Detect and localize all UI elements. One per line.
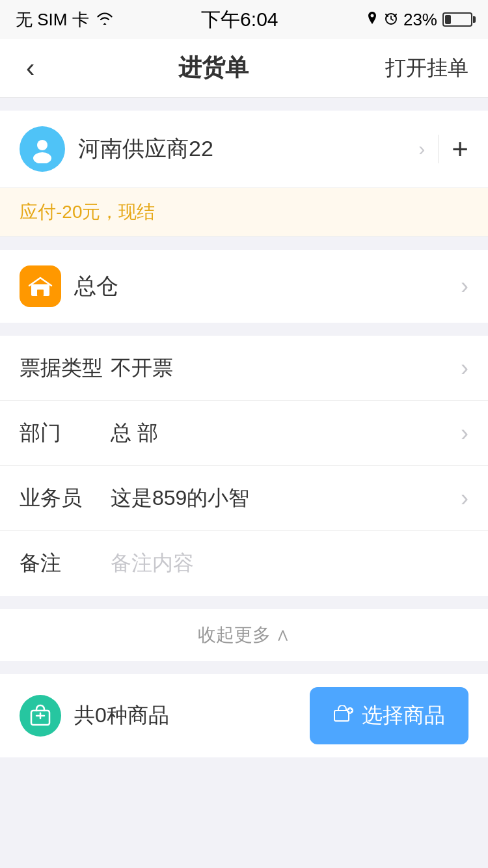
location-icon <box>366 10 379 30</box>
supplier-name: 河南供应商22 <box>78 134 418 164</box>
invoice-type-chevron-icon <box>461 355 468 382</box>
svg-point-1 <box>37 140 47 150</box>
open-pending-button[interactable]: 打开挂单 <box>385 54 468 83</box>
carrier-label: 无 SIM 卡 <box>16 8 89 31</box>
notice-text: 应付-20元，现结 <box>20 202 155 222</box>
collapse-toggle[interactable]: 收起更多 ∧ <box>0 609 488 661</box>
status-time: 下午6:04 <box>201 7 278 33</box>
department-chevron-icon <box>461 420 468 447</box>
page-title: 进货单 <box>178 52 249 84</box>
supplier-avatar <box>20 126 65 172</box>
product-count-icon <box>20 695 61 737</box>
wifi-icon <box>96 10 114 30</box>
status-left: 无 SIM 卡 <box>16 8 114 31</box>
invoice-type-value: 不开票 <box>111 354 461 383</box>
warehouse-icon <box>20 265 61 307</box>
department-label: 部门 <box>20 419 111 448</box>
salesperson-row[interactable]: 业务员 这是859的小智 <box>0 466 488 531</box>
svg-rect-6 <box>334 711 349 721</box>
salesperson-label: 业务员 <box>20 484 111 513</box>
salesperson-value: 这是859的小智 <box>111 484 461 513</box>
invoice-type-row[interactable]: 票据类型 不开票 <box>0 336 488 401</box>
section-divider-2 <box>0 237 488 250</box>
product-count-text: 共0种商品 <box>74 701 310 730</box>
supplier-section: 河南供应商22 › + 应付-20元，现结 <box>0 111 488 237</box>
cart-icon <box>333 705 354 726</box>
warehouse-chevron-icon <box>461 273 468 300</box>
supplier-row[interactable]: 河南供应商22 › + <box>0 111 488 188</box>
bottom-bar: 共0种商品 选择商品 <box>0 674 488 757</box>
select-product-label: 选择商品 <box>362 701 445 730</box>
invoice-type-label: 票据类型 <box>20 354 111 383</box>
salesperson-chevron-icon <box>461 485 468 512</box>
status-bar: 无 SIM 卡 下午6:04 23% <box>0 0 488 39</box>
remark-value: 备注内容 <box>111 549 468 578</box>
battery-icon <box>442 12 472 27</box>
nav-bar: ‹ 进货单 打开挂单 <box>0 39 488 98</box>
warehouse-row[interactable]: 总仓 <box>0 250 488 323</box>
select-product-button[interactable]: 选择商品 <box>310 687 468 744</box>
notice-bar: 应付-20元，现结 <box>0 188 488 237</box>
battery-percent: 23% <box>403 10 437 30</box>
svg-rect-4 <box>37 290 44 296</box>
department-value: 总 部 <box>111 419 461 448</box>
svg-point-2 <box>33 152 51 163</box>
section-divider-1 <box>0 98 488 111</box>
remark-row[interactable]: 备注 备注内容 <box>0 531 488 596</box>
gray-bottom-area <box>0 757 488 868</box>
back-button[interactable]: ‹ <box>20 47 41 89</box>
department-row[interactable]: 部门 总 部 <box>0 401 488 466</box>
warehouse-name: 总仓 <box>74 271 461 301</box>
status-right: 23% <box>366 10 472 30</box>
remark-label: 备注 <box>20 549 111 578</box>
collapse-label: 收起更多 ∧ <box>198 623 291 647</box>
warehouse-section: 总仓 <box>0 250 488 323</box>
form-section: 票据类型 不开票 部门 总 部 业务员 这是859的小智 备注 备注内容 <box>0 336 488 596</box>
supplier-chevron-icon: › <box>418 138 425 160</box>
alarm-icon <box>384 10 398 30</box>
supplier-vertical-divider <box>438 135 439 163</box>
add-button[interactable]: + <box>452 133 468 165</box>
